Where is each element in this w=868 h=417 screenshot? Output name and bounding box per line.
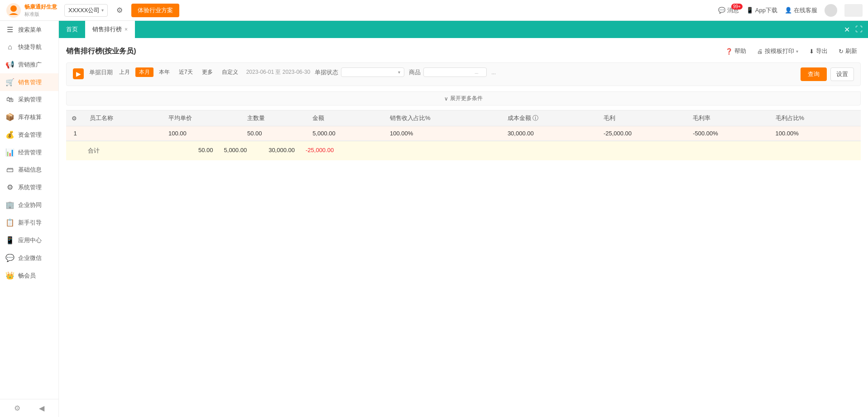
message-icon: 💬 xyxy=(718,7,725,14)
settings-bottom-icon[interactable]: ⚙ xyxy=(14,404,20,412)
col-header-7: 毛利 xyxy=(598,110,687,126)
refresh-label: 刷新 xyxy=(845,47,857,55)
footer-cell-5 xyxy=(252,145,263,157)
table-cell-0-2: 100.00 xyxy=(163,126,242,141)
export-button[interactable]: ⬇ 导出 xyxy=(806,45,831,57)
sidebar-icon-search-orders: ☰ xyxy=(5,25,14,34)
col-header-0: ⚙ xyxy=(66,110,84,126)
expand-more-label: 展开更多条件 xyxy=(450,95,483,102)
sidebar-label-wechat: 企业微信 xyxy=(18,254,42,262)
sidebar-item-guide[interactable]: 📋 新手引导 xyxy=(0,214,58,231)
help-button[interactable]: ❓ 帮助 xyxy=(722,45,750,57)
settings-gear-button[interactable]: ⚙ xyxy=(113,4,126,17)
sidebar-item-sales[interactable]: 🛒 销售管理 xyxy=(0,73,58,91)
footer-cell-2 xyxy=(182,145,193,157)
col-header-8: 毛利率 xyxy=(687,110,770,126)
tab-label: 销售排行榜 xyxy=(92,25,122,34)
table-settings-icon[interactable]: ⚙ xyxy=(72,115,77,122)
sidebar-icon-marketing: 📢 xyxy=(5,60,14,69)
more-filters-label[interactable]: ... xyxy=(491,69,496,76)
sidebar-icon-system: ⚙ xyxy=(5,183,14,192)
sidebar-item-search-orders[interactable]: ☰ 搜索菜单 xyxy=(0,21,58,38)
sidebar-item-enterprise[interactable]: 🏢 企业协同 xyxy=(0,196,58,214)
footer-cell-0 xyxy=(72,145,82,157)
data-table: ⚙员工名称平均单价主数量金额销售收入占比%成本金额 ⓘ毛利毛利率毛利占比% 11… xyxy=(66,110,861,141)
chevron-down-icon: ▾ xyxy=(101,8,104,13)
footer-cell-8 xyxy=(339,145,350,157)
export-label: 导出 xyxy=(816,47,828,55)
sidebar-icon-finance: 💰 xyxy=(5,130,14,139)
filter-settings-button[interactable]: 设置 xyxy=(830,67,854,81)
try-industry-button[interactable]: 体验行业方案 xyxy=(131,4,179,17)
export-icon: ⬇ xyxy=(809,48,814,55)
sidebar-item-quick-nav[interactable]: ⌂ 快捷导航 xyxy=(0,38,58,56)
sidebar-item-app-center[interactable]: 📱 应用中心 xyxy=(0,231,58,249)
date-tab-上月[interactable]: 上月 xyxy=(115,67,134,77)
tab-home[interactable]: 首页 xyxy=(59,21,85,38)
sidebar-item-member[interactable]: 👑 畅会员 xyxy=(0,267,58,284)
query-button[interactable]: 查询 xyxy=(801,67,827,81)
page-actions: ❓ 帮助 🖨 按模板打印 ▾ ⬇ 导出 ↻ xyxy=(722,45,861,57)
status-filter: 单据状态 ▾ xyxy=(315,67,404,77)
table-cell-0-1 xyxy=(84,126,163,141)
sidebar-item-basic-info[interactable]: 🗃 基础信息 xyxy=(0,161,58,178)
date-tab-近7天[interactable]: 近7天 xyxy=(175,67,197,77)
status-select[interactable]: ▾ xyxy=(341,67,404,77)
chevron-down-icon: ∨ xyxy=(444,96,448,102)
print-button[interactable]: 🖨 按模板打印 ▾ xyxy=(753,45,802,57)
expand-more-row[interactable]: ∨ 展开更多条件 xyxy=(66,91,861,105)
filter-actions: 查询 设置 xyxy=(801,67,854,81)
sidebar-item-system[interactable]: ⚙ 系统管理 xyxy=(0,178,58,196)
sidebar: ☰ 搜索菜单 ⌂ 快捷导航 📢 营销推广 🛒 销售管理 🛍 采购管理 📦 库存核… xyxy=(0,21,59,417)
company-selector[interactable]: XXXXX公司 ▾ xyxy=(64,4,108,17)
goods-input[interactable]: ... xyxy=(423,67,487,77)
table-footer: 合计50.005,000.0030,000.00-25,000.00 xyxy=(66,141,861,160)
footer-cell-9 xyxy=(350,145,361,157)
tab-close-icon[interactable]: × xyxy=(125,26,128,33)
sidebar-label-system: 系统管理 xyxy=(18,183,42,192)
sidebar-label-sales: 销售管理 xyxy=(18,78,42,86)
date-tab-更多[interactable]: 更多 xyxy=(198,67,216,77)
table-cell-0-6: 30,000.00 xyxy=(502,126,598,141)
filter-expand-icon[interactable]: ▶ xyxy=(73,68,84,79)
col-header-2: 平均单价 xyxy=(163,110,242,126)
user-name-placeholder xyxy=(844,4,863,17)
table-cell-0-8: -500.00% xyxy=(687,126,770,141)
messages-button[interactable]: 💬 消息 99+ xyxy=(718,6,739,14)
refresh-icon: ↻ xyxy=(839,48,844,55)
date-filter-label: 单据日期 xyxy=(89,68,113,77)
maximize-tab-button[interactable]: ⛶ xyxy=(854,24,864,35)
sidebar-item-inventory[interactable]: 📦 库存核算 xyxy=(0,108,58,126)
footer-cell-1: 合计 xyxy=(82,145,182,157)
sidebar-item-purchase[interactable]: 🛍 采购管理 xyxy=(0,91,58,108)
footer-cell-7: -25,000.00 xyxy=(300,145,339,157)
top-right-area: 💬 消息 99+ 📱 App下载 👤 在线客服 xyxy=(718,4,863,17)
company-name: XXXXX公司 xyxy=(68,6,100,14)
refresh-button[interactable]: ↻ 刷新 xyxy=(835,45,861,57)
tab-controls: ✕ ⛶ xyxy=(842,24,868,36)
nav-tabs: 首页 销售排行榜 × ✕ ⛶ xyxy=(59,21,868,38)
date-tab-本年[interactable]: 本年 xyxy=(155,67,173,77)
col-header-3: 主数量 xyxy=(242,110,307,126)
date-tab-自定义[interactable]: 自定义 xyxy=(218,67,242,77)
sidebar-item-finance[interactable]: 💰 资金管理 xyxy=(0,126,58,144)
app-download-button[interactable]: 📱 App下载 xyxy=(746,6,777,14)
sidebar-icon-sales: 🛒 xyxy=(5,78,14,86)
sidebar-item-marketing[interactable]: 📢 营销推广 xyxy=(0,56,58,73)
goods-filter-label: 商品 xyxy=(409,68,421,77)
sidebar-label-quick-nav: 快捷导航 xyxy=(18,43,42,51)
close-tab-button[interactable]: ✕ xyxy=(842,24,852,36)
help-icon: ❓ xyxy=(725,48,733,55)
sidebar-bottom: ⚙ ◀ xyxy=(0,399,58,417)
tab-sales-ranking[interactable]: 销售排行榜 × xyxy=(85,21,135,38)
table-row: 1100.0050.005,000.00100.00%30,000.00-25,… xyxy=(66,126,861,141)
sidebar-item-wechat[interactable]: 💬 企业微信 xyxy=(0,249,58,267)
collapse-sidebar-icon[interactable]: ◀ xyxy=(39,404,44,412)
help-label: 帮助 xyxy=(734,47,746,55)
table-cell-0-9: 100.00% xyxy=(770,126,861,141)
sidebar-label-finance: 资金管理 xyxy=(18,131,42,139)
avatar[interactable] xyxy=(825,4,837,17)
date-tab-本月[interactable]: 本月 xyxy=(135,67,153,77)
online-service-button[interactable]: 👤 在线客服 xyxy=(785,6,817,14)
sidebar-item-operations[interactable]: 📊 经营管理 xyxy=(0,144,58,161)
